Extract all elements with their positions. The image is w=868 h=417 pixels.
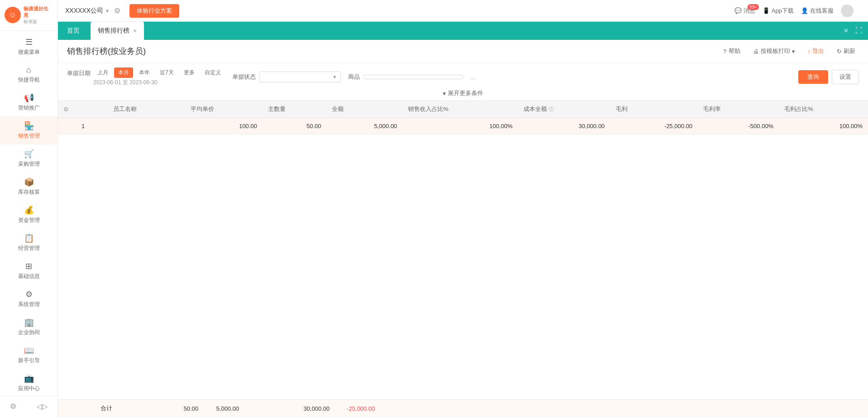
export-label: 导出 (812, 47, 824, 55)
user-avatar[interactable] (841, 5, 854, 17)
more-filter-link[interactable]: ... (470, 74, 475, 81)
date-filter-group: 单据日期 上月 本月 本年 近7天 更多 自定义 2023-06-01 至 20… (67, 67, 225, 86)
trial-btn[interactable]: 体验行业方案 (129, 4, 179, 18)
col-gross-header: 毛利 (610, 101, 698, 118)
tab-close-icon[interactable]: × (133, 27, 137, 34)
date-more[interactable]: 更多 (180, 67, 199, 78)
footer-gross: -25,000.00 (335, 405, 380, 412)
home-icon: ⌂ (26, 65, 31, 75)
date-this-year[interactable]: 本年 (135, 67, 154, 78)
cell-cost: 30,000.00 (518, 118, 610, 134)
sidebar-item-label: 搜索菜单 (18, 48, 40, 56)
sidebar-item-sales[interactable]: 🏪 销售管理 (0, 116, 58, 144)
sidebar-item-label: 应用中心 (18, 385, 40, 393)
col-settings-icon[interactable]: ⚙ (63, 106, 69, 113)
col-sales-pct-header: 销售收入占比% (403, 101, 518, 118)
sidebar-item-finance[interactable]: 💰 资金管理 (0, 201, 58, 229)
help-btn[interactable]: ? 帮助 (719, 45, 743, 57)
sidebar-item-operations[interactable]: 📋 经营管理 (0, 229, 58, 257)
print-dropdown-icon: ▾ (792, 48, 795, 55)
tab-close-window-icon[interactable]: × (842, 25, 850, 37)
print-btn[interactable]: 🖨 按模板打印 ▾ (749, 45, 799, 57)
date-7days[interactable]: 近7天 (156, 67, 178, 78)
col-amount-header: 全额 (326, 101, 403, 118)
expand-filters-btn[interactable]: ▾ 展开更多条件 (443, 89, 483, 97)
tab-maximize-icon[interactable]: ⛶ (854, 25, 864, 37)
filter-expand-bar: ▾ 展开更多条件 (58, 86, 868, 101)
refresh-label: 刷新 (844, 47, 855, 55)
col-gross-pct-header: 毛利占比% (779, 101, 868, 118)
marketing-icon: 📢 (24, 93, 34, 103)
sidebar-footer: ⚙ ◁▷ (0, 395, 58, 417)
sidebar-item-search[interactable]: ☰ 搜索菜单 (0, 33, 58, 61)
sidebar-item-corp-collab[interactable]: 🏢 企业协同 (0, 313, 58, 341)
service-icon: 👤 (801, 7, 808, 14)
cell-qty: 50.00 (263, 118, 327, 134)
sidebar-item-label: 基础信息 (18, 273, 40, 280)
goods-input[interactable] (364, 75, 463, 79)
col-avg-price-header: 平均单价 (185, 101, 263, 118)
inventory-icon: 📦 (24, 177, 34, 187)
tab-home[interactable]: 首页 (58, 22, 89, 40)
date-this-month[interactable]: 本月 (114, 67, 133, 78)
company-selector[interactable]: XXXXXX公司 ▾ (65, 7, 109, 15)
export-icon: ↑ (808, 48, 811, 55)
topbar-settings-icon[interactable]: ⚙ (114, 6, 120, 15)
query-actions: 查询 设置 (798, 70, 859, 84)
status-select[interactable]: ▾ (259, 72, 341, 82)
date-custom[interactable]: 自定义 (201, 67, 225, 78)
sidebar-item-label: 库存核算 (18, 188, 40, 196)
logo-subtitle: 标准版 (24, 19, 53, 25)
table-body: 1 100.00 50.00 5,000.00 100.00% 30,000.0… (58, 118, 868, 134)
cell-employee (108, 118, 185, 134)
export-btn[interactable]: ↑ 导出 (804, 45, 828, 57)
sidebar-item-label: 快捷导航 (18, 76, 40, 84)
sidebar-item-label: 销售管理 (18, 132, 40, 140)
page-content: 销售排行榜(按业务员) ? 帮助 🖨 按模板打印 ▾ ↑ 导出 ↻ 刷新 (58, 40, 868, 417)
sidebar-settings-btn[interactable]: ⚙ (6, 400, 20, 412)
print-icon: 🖨 (753, 48, 759, 55)
col-qty-header: 主数量 (263, 101, 327, 118)
message-btn[interactable]: 💬 消息 99+ (734, 7, 755, 15)
table-footer: 合计 50.00 5,000.00 30,000.00 -25,000.00 (58, 399, 868, 417)
tab-sales-ranking[interactable]: 销售排行榜 × (91, 22, 144, 40)
filter-row: 单据日期 上月 本月 本年 近7天 更多 自定义 2023-06-01 至 20… (67, 67, 859, 86)
tab-label: 销售排行榜 (98, 27, 129, 35)
table-row[interactable]: 1 100.00 50.00 5,000.00 100.00% 30,000.0… (58, 118, 868, 134)
app-download-btn[interactable]: 📱 App下载 (762, 7, 794, 15)
cell-spacer (58, 118, 76, 134)
sidebar-item-basic-info[interactable]: ⊞ 基础信息 (0, 257, 58, 285)
sidebar-item-quick-nav[interactable]: ⌂ 快捷导航 (0, 61, 58, 88)
logo-title: 畅康通好生意 (24, 5, 53, 19)
col-cost-header: 成本全额 ⓘ (518, 101, 610, 118)
setting-btn[interactable]: 设置 (832, 70, 859, 84)
help-icon: ? (723, 48, 726, 55)
page-title: 销售排行榜(按业务员) (67, 46, 146, 57)
refresh-btn[interactable]: ↻ 刷新 (833, 45, 859, 57)
sidebar-item-inventory[interactable]: 📦 库存核算 (0, 173, 58, 201)
date-filter-label: 单据日期 (67, 67, 91, 77)
service-label: 在线客服 (810, 7, 834, 15)
col-employee-header: 员工名称 (108, 101, 185, 118)
expand-icon: ▾ (443, 90, 446, 97)
cell-gross: -25,000.00 (610, 118, 698, 134)
sidebar-item-purchase[interactable]: 🛒 采购管理 (0, 144, 58, 173)
sidebar-item-guide[interactable]: 📖 新手引导 (0, 341, 58, 369)
sales-icon: 🏪 (24, 121, 34, 131)
company-dropdown-icon: ▾ (106, 8, 109, 14)
message-badge: 99+ (748, 4, 759, 10)
col-rank-header (76, 101, 108, 118)
data-table: ⚙ 员工名称 平均单价 主数量 全额 销售收入占比% 成本全额 ⓘ 毛利 (58, 101, 868, 134)
online-service-btn[interactable]: 👤 在线客服 (801, 7, 834, 15)
sidebar-item-system[interactable]: ⚙ 系统管理 (0, 285, 58, 313)
cell-rank: 1 (76, 118, 108, 134)
sidebar-nav: ☰ 搜索菜单 ⌂ 快捷导航 📢 营销推广 🏪 销售管理 🛒 采购管理 📦 库存核… (0, 31, 58, 395)
sidebar-item-app-center[interactable]: 📺 应用中心 (0, 369, 58, 395)
cost-info-icon[interactable]: ⓘ (549, 106, 554, 112)
expand-label: 展开更多条件 (448, 89, 483, 97)
sidebar-collapse-btn[interactable]: ◁▷ (33, 400, 51, 412)
sidebar-item-marketing[interactable]: 📢 营销推广 (0, 88, 58, 116)
date-last-month[interactable]: 上月 (93, 67, 112, 78)
query-btn[interactable]: 查询 (798, 70, 828, 84)
status-filter-label: 单据状态 (232, 73, 256, 81)
